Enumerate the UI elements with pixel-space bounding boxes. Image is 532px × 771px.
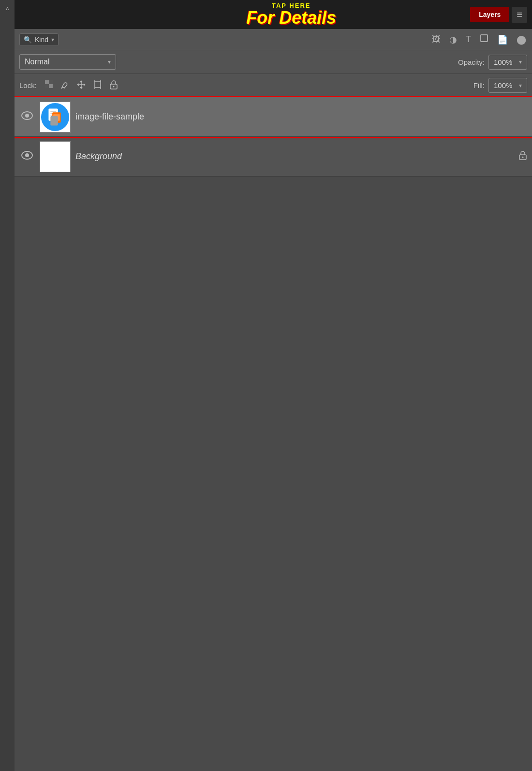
left-sidebar-strip: ∧ (0, 0, 15, 771)
lock-paint-icon[interactable] (61, 80, 70, 91)
filter-smartobj-icon[interactable]: 📄 (496, 33, 509, 46)
lock-icons (44, 80, 118, 91)
layer-visibility-toggle[interactable] (19, 109, 35, 124)
svg-rect-3 (45, 84, 49, 88)
opacity-label: Opacity: (458, 58, 485, 66)
search-icon: 🔍 (24, 36, 32, 44)
layer-visibility-toggle[interactable] (19, 149, 35, 164)
blend-dropdown-arrow: ▾ (108, 59, 111, 65)
collapse-arrow[interactable]: ∧ (0, 0, 15, 12)
layer-name: image-file-sample (75, 112, 527, 122)
blend-mode-value: Normal (25, 58, 50, 66)
kind-filter-dropdown[interactable]: 🔍 Kind ▾ (19, 33, 59, 46)
tap-here-overlay[interactable]: TAP HERE For Details (246, 2, 336, 27)
filter-row: 🔍 Kind ▾ 🖼 ◑ T 📄 ⬤ (15, 29, 532, 50)
opacity-section: Opacity: 100% ▾ (458, 55, 527, 70)
layer-lock-icon (518, 150, 527, 163)
fill-value: 100% (494, 81, 512, 89)
blend-mode-row: Normal ▾ Opacity: 100% ▾ (15, 50, 532, 74)
filter-shape-icon[interactable] (479, 33, 489, 46)
svg-rect-5 (95, 82, 101, 88)
svg-rect-4 (49, 84, 53, 88)
kind-dropdown-arrow: ▾ (51, 36, 54, 43)
layers-list: image-file-sample Background (15, 97, 532, 177)
layer-thumb-svg (40, 102, 70, 133)
blend-mode-dropdown[interactable]: Normal ▾ (19, 54, 116, 70)
lock-move-icon[interactable] (76, 80, 86, 91)
svg-point-11 (113, 86, 114, 87)
svg-rect-0 (481, 35, 488, 42)
svg-point-25 (522, 157, 524, 158)
for-details-label: For Details (246, 9, 336, 27)
opacity-dropdown[interactable]: 100% ▾ (488, 55, 527, 70)
svg-rect-2 (49, 80, 53, 84)
layers-panel: 🔍 Kind ▾ 🖼 ◑ T 📄 ⬤ Normal ▾ Op (15, 29, 532, 177)
fill-label: Fill: (473, 81, 485, 89)
filter-halftone-icon[interactable]: ◑ (448, 33, 458, 46)
menu-button[interactable]: ≡ (512, 7, 527, 23)
top-bar: TAP HERE For Details Layers ≡ (15, 0, 532, 29)
layer-thumbnail (40, 141, 71, 172)
svg-rect-1 (45, 80, 49, 84)
svg-point-23 (25, 153, 29, 157)
filter-image-icon[interactable]: 🖼 (431, 33, 442, 45)
layer-name: Background (75, 151, 514, 162)
fill-arrow: ▾ (519, 82, 522, 89)
layer-thumbnail (40, 102, 71, 133)
svg-point-13 (25, 114, 29, 118)
filter-pixel-icon[interactable]: ⬤ (516, 33, 527, 46)
layer-item[interactable]: Background (15, 137, 532, 177)
lock-all-icon[interactable] (109, 80, 118, 91)
filter-text-icon[interactable]: T (465, 33, 472, 45)
tap-here-label: TAP HERE (246, 2, 336, 9)
fill-section: Fill: 100% ▾ (473, 78, 527, 93)
kind-label: Kind (35, 36, 48, 44)
layers-button[interactable]: Layers (470, 7, 509, 22)
layer-item[interactable]: image-file-sample (15, 97, 532, 137)
lock-row: Lock: (15, 74, 532, 97)
opacity-arrow: ▾ (519, 59, 522, 65)
empty-layers-area (15, 177, 532, 612)
opacity-value: 100% (494, 58, 512, 66)
fill-dropdown[interactable]: 100% ▾ (488, 78, 527, 93)
lock-label: Lock: (19, 81, 37, 89)
lock-transparent-icon[interactable] (44, 80, 54, 91)
lock-artboard-icon[interactable] (93, 80, 103, 91)
svg-rect-21 (50, 116, 58, 125)
filter-icons-right: 🖼 ◑ T 📄 ⬤ (431, 33, 527, 46)
